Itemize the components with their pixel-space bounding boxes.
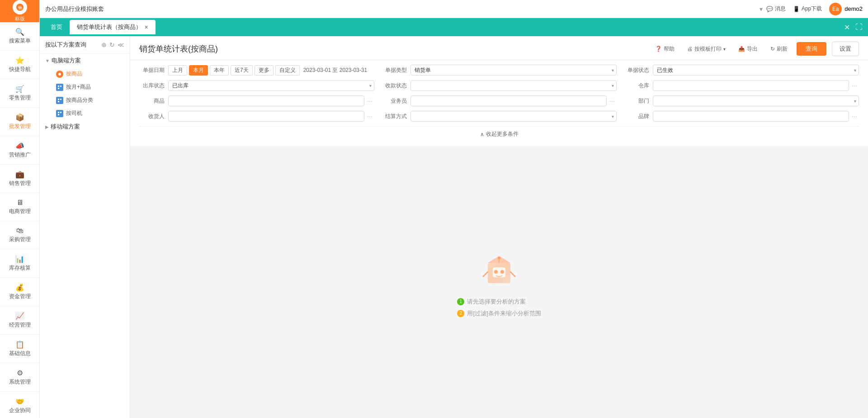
sidebar-item-enterprise[interactable]: 🤝 企业协同 bbox=[0, 392, 39, 418]
svg-rect-6 bbox=[58, 99, 59, 100]
sidebar-label-retail: 零售管理 bbox=[2, 94, 38, 102]
sidebar-item-system[interactable]: ⚙ 系统管理 bbox=[0, 363, 39, 392]
salesman-input[interactable] bbox=[410, 95, 607, 106]
left-panel-header: 按以下方案查询 ⊕ ↻ ≪ bbox=[40, 36, 130, 54]
sidebar-item-marketing[interactable]: 📣 营销推广 bbox=[0, 136, 39, 165]
svg-point-17 bbox=[498, 256, 500, 259]
filter-status: 单据状态 已生效 ▾ bbox=[624, 65, 859, 76]
date-btn-7days[interactable]: 近7天 bbox=[231, 65, 253, 76]
sidebar-item-wholesale[interactable]: 📦 批发管理 bbox=[0, 108, 39, 136]
svg-rect-3 bbox=[58, 86, 59, 87]
brand-input[interactable] bbox=[653, 111, 849, 122]
sidebar-item-purchase[interactable]: 🛍 采购管理 bbox=[0, 221, 39, 249]
tree-item-by-category[interactable]: 按商品分类 bbox=[40, 94, 130, 107]
out-status-label: 出库状态 bbox=[139, 82, 165, 90]
message-btn[interactable]: 💬 消息 bbox=[766, 5, 786, 13]
page-title: 销货单统计表(按商品) bbox=[139, 43, 218, 54]
tab-expand-btn[interactable]: ⛶ bbox=[854, 21, 864, 33]
sidebar-item-ecommerce[interactable]: 🖥 电商管理 bbox=[0, 193, 39, 221]
filter-out-status: 出库状态 已出库 ▾ bbox=[139, 80, 374, 91]
product-input[interactable] bbox=[168, 95, 364, 106]
export-btn[interactable]: 📤 导出 bbox=[735, 43, 761, 55]
tree-group-mobile-label: 移动端方案 bbox=[51, 123, 80, 131]
brand-dots[interactable]: ··· bbox=[850, 113, 859, 120]
message-icon: 💬 bbox=[766, 6, 773, 12]
date-btn-custom[interactable]: 自定义 bbox=[275, 65, 300, 76]
receipt-status-select[interactable] bbox=[410, 80, 617, 91]
sidebar-label-operation: 经营管理 bbox=[2, 321, 38, 329]
tip-num-1: 1 bbox=[457, 298, 464, 305]
date-btn-thismonth[interactable]: 本月 bbox=[189, 65, 208, 76]
status-select[interactable]: 已生效 bbox=[653, 65, 859, 76]
tree-item-by-driver[interactable]: 按司机 bbox=[40, 107, 130, 120]
export-label: 导出 bbox=[747, 45, 758, 53]
filter-row-3: 商品 ··· 业务员 ··· 部门 bbox=[139, 95, 859, 106]
type-select[interactable]: 销货单 bbox=[410, 65, 617, 76]
ecommerce-icon: 🖥 bbox=[2, 199, 38, 207]
warehouse-dots[interactable]: ··· bbox=[850, 82, 859, 89]
sidebar-item-inventory[interactable]: 📊 库存核算 bbox=[0, 249, 39, 278]
settings-btn[interactable]: 设置 bbox=[832, 42, 859, 56]
refresh-scheme-btn[interactable]: ↻ bbox=[109, 41, 115, 48]
tree-item-by-month-product[interactable]: 按月+商品 bbox=[40, 81, 130, 94]
filter-row-1: 单据日期 上月 本月 本年 近7天 更多 自定义 2023-03-01 至 20… bbox=[139, 65, 859, 76]
filter-section: 单据日期 上月 本月 本年 近7天 更多 自定义 2023-03-01 至 20… bbox=[130, 60, 868, 146]
status-select-wrapper: 已生效 ▾ bbox=[653, 65, 859, 76]
collapse-bar[interactable]: ∧ 收起更多条件 bbox=[139, 126, 859, 142]
print-btn[interactable]: 🖨 按模板打印 ▾ bbox=[684, 43, 729, 55]
topbar-dropdown-icon[interactable]: ▾ bbox=[760, 5, 763, 13]
receiver-input-area: ··· bbox=[168, 111, 374, 122]
main-area: 办公用品行业模拟账套 ▾ 💬 消息 📱 App下载 Ea demo2 首页 bbox=[40, 0, 868, 418]
settlement-select[interactable] bbox=[410, 111, 617, 122]
sidebar-item-operation[interactable]: 📈 经营管理 bbox=[0, 306, 39, 335]
sidebar-item-sales[interactable]: 💼 销售管理 bbox=[0, 165, 39, 193]
dept-select[interactable] bbox=[653, 95, 859, 106]
empty-tip-1: 1 请先选择要分析的方案 bbox=[457, 298, 541, 306]
status-label: 单据状态 bbox=[624, 66, 649, 74]
sidebar-item-search[interactable]: 🔍 搜索菜单 bbox=[0, 22, 39, 51]
sidebar-item-quick[interactable]: ⭐ 快捷导航 bbox=[0, 51, 39, 79]
out-status-select[interactable]: 已出库 bbox=[168, 80, 374, 91]
query-btn[interactable]: 查询 bbox=[797, 42, 826, 56]
warehouse-input-area: ··· bbox=[653, 80, 859, 91]
inventory-icon: 📊 bbox=[2, 255, 38, 263]
app-logo[interactable]: 畅 标版 bbox=[0, 0, 39, 22]
svg-point-2 bbox=[58, 73, 61, 76]
empty-tip-2: 2 用[过滤]条件来缩小分析范围 bbox=[457, 309, 541, 318]
filter-dept: 部门 ▾ bbox=[624, 95, 859, 106]
tree-item-by-product[interactable]: 按商品 bbox=[40, 67, 130, 81]
receipt-status-label: 收款状态 bbox=[382, 82, 407, 90]
app-download-label: App下载 bbox=[802, 5, 822, 13]
sidebar-label-system: 系统管理 bbox=[2, 378, 38, 386]
sidebar-item-basic[interactable]: 📋 基础信息 bbox=[0, 335, 39, 363]
tab-close-icon[interactable]: ✕ bbox=[144, 25, 148, 30]
app-download-btn[interactable]: 📱 App下载 bbox=[793, 5, 822, 13]
receiver-input[interactable] bbox=[168, 111, 364, 122]
retail-icon: 🛒 bbox=[2, 85, 38, 93]
tip-num-2: 2 bbox=[457, 310, 464, 317]
collapse-panel-btn[interactable]: ≪ bbox=[118, 41, 124, 48]
tree-group-mobile[interactable]: ▶ 移动端方案 bbox=[40, 120, 130, 133]
print-dropdown-icon: ▾ bbox=[723, 47, 726, 52]
date-btn-lastmonth[interactable]: 上月 bbox=[168, 65, 187, 76]
product-dots[interactable]: ··· bbox=[365, 97, 374, 104]
tree-group-desktop[interactable]: ▼ 电脑端方案 bbox=[40, 54, 130, 67]
warehouse-input[interactable] bbox=[653, 80, 849, 91]
receiver-dots[interactable]: ··· bbox=[365, 113, 374, 120]
user-profile[interactable]: Ea demo2 bbox=[829, 3, 863, 15]
sidebar-item-finance[interactable]: 💰 资金管理 bbox=[0, 278, 39, 306]
tab-report[interactable]: 销货单统计表（按商品） ✕ bbox=[70, 20, 156, 34]
svg-point-15 bbox=[500, 270, 504, 274]
product-input-area: ··· bbox=[168, 95, 374, 106]
tree-arrow-desktop: ▼ bbox=[45, 58, 50, 63]
date-btn-more[interactable]: 更多 bbox=[255, 65, 274, 76]
help-btn[interactable]: ❓ 帮助 bbox=[651, 43, 678, 55]
add-scheme-btn[interactable]: ⊕ bbox=[101, 41, 107, 48]
refresh-btn[interactable]: ↻ 刷新 bbox=[767, 43, 791, 55]
tabbar-actions: ✕ ⛶ bbox=[842, 21, 864, 33]
sidebar-item-retail[interactable]: 🛒 零售管理 bbox=[0, 79, 39, 108]
tab-home[interactable]: 首页 bbox=[43, 20, 70, 34]
date-btn-thisyear[interactable]: 本年 bbox=[210, 65, 229, 76]
tab-close-btn[interactable]: ✕ bbox=[842, 21, 852, 33]
salesman-dots[interactable]: ··· bbox=[608, 97, 617, 104]
